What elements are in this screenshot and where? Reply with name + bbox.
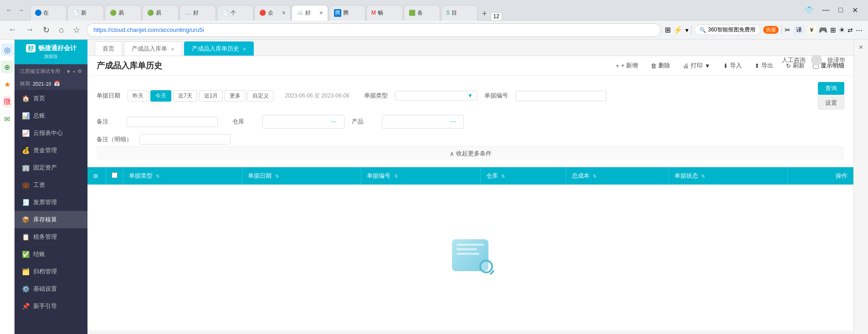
date-filter-buttons: 昨天 今天 近7天 近1月 更多 自定义 bbox=[128, 90, 274, 102]
forward-btn[interactable]: → bbox=[15, 5, 26, 15]
maximize-button[interactable]: □ bbox=[836, 5, 846, 15]
th-type[interactable]: 单据类型 ⇅ bbox=[123, 167, 242, 185]
number-filter-input[interactable] bbox=[515, 91, 606, 101]
minimize-button[interactable]: — bbox=[819, 5, 832, 15]
quick-icon-compass[interactable]: ◎ bbox=[1, 43, 14, 56]
import-button[interactable]: ⬇ 导入 bbox=[719, 60, 746, 72]
calendar-icon[interactable]: 📅 bbox=[54, 81, 60, 87]
th-status[interactable]: 单据状态 ⇅ bbox=[668, 167, 787, 185]
remark-filter-input[interactable] bbox=[127, 117, 218, 127]
sidebar-item-funds[interactable]: 💰 资金管理 bbox=[15, 142, 87, 159]
nav-back-button[interactable]: ← bbox=[5, 23, 19, 36]
page-tab-history-close-icon[interactable]: × bbox=[243, 46, 247, 52]
date-btn-custom[interactable]: 自定义 bbox=[247, 90, 274, 102]
quick-icon-email[interactable]: ✉ bbox=[1, 113, 14, 125]
browser-tab-8[interactable]: ☁️ 好 × bbox=[292, 5, 328, 21]
lightning-icon[interactable]: ⚡ bbox=[673, 26, 683, 34]
sidebar-item-basic-settings[interactable]: ⚙️ 基础设置 bbox=[15, 280, 87, 298]
sidebar-item-inventory[interactable]: 📦 库存核算 bbox=[15, 211, 87, 228]
quick-icon-star[interactable]: ★ bbox=[1, 78, 14, 91]
settings-company-icon[interactable]: ⚙ bbox=[77, 68, 82, 74]
close-button[interactable]: ✕ bbox=[849, 5, 861, 15]
sidebar-item-tax[interactable]: 📋 税务管理 bbox=[15, 228, 87, 246]
extensions-icon[interactable]: ⊞ bbox=[665, 26, 671, 34]
th-checkbox[interactable] bbox=[106, 167, 123, 185]
nav-refresh-button[interactable]: ↻ bbox=[40, 23, 52, 37]
company-selector[interactable]: 江西服宝测试专用 ▼ + ⚙ bbox=[15, 64, 87, 78]
sidebar-item-home[interactable]: 🏠 首页 bbox=[15, 90, 87, 107]
right-panel-close-icon[interactable]: × bbox=[859, 43, 863, 51]
browser-tab-7[interactable]: 🔴 企 × bbox=[254, 5, 291, 21]
table-header: ⚙ 单据类型 ⇅ 单据日期 ⇅ bbox=[87, 167, 853, 185]
user-service-label[interactable]: 人工咨询 bbox=[782, 56, 806, 64]
nav-forward-button[interactable]: → bbox=[23, 23, 36, 36]
browser-tab-3[interactable]: 🟢 易 bbox=[105, 5, 141, 21]
filter-settings-button[interactable]: 设置 bbox=[818, 97, 844, 109]
browser-tab-12[interactable]: S 目 bbox=[441, 5, 478, 21]
print-button[interactable]: 🖨 打印 ▼ bbox=[678, 60, 715, 72]
quick-icon-app[interactable]: ⊕ bbox=[1, 61, 14, 73]
translate-icon[interactable]: 译 bbox=[793, 25, 805, 35]
sidebar-item-fixed-assets[interactable]: 🏢 固定资产 bbox=[15, 159, 87, 176]
sidebar-item-guide[interactable]: 📌 新手引导 bbox=[15, 298, 87, 315]
nav-bookmark-button[interactable]: ☆ bbox=[70, 23, 83, 37]
browser-tab-5[interactable]: ☁️ 好 bbox=[180, 5, 216, 21]
dropdown-icon[interactable]: ▾ bbox=[685, 26, 688, 34]
page-tab-list-close-icon[interactable]: × bbox=[171, 46, 175, 52]
date-btn-7days[interactable]: 近7天 bbox=[173, 90, 197, 102]
date-btn-yesterday[interactable]: 昨天 bbox=[128, 90, 149, 102]
th-settings[interactable]: ⚙ bbox=[87, 167, 106, 185]
browser-tab-1[interactable]: 在 bbox=[30, 5, 67, 21]
delete-button[interactable]: 🗑 删除 bbox=[646, 60, 675, 72]
th-total-cost[interactable]: 总成本 ⇅ bbox=[566, 167, 668, 185]
warehouse-filter-select[interactable]: ··· bbox=[262, 115, 344, 128]
browser-tab-4[interactable]: 🟢 易 bbox=[142, 5, 179, 21]
product-filter-select[interactable]: ··· bbox=[382, 115, 464, 128]
date-btn-today[interactable]: 今天 bbox=[150, 90, 171, 102]
collapse-button[interactable]: ∧ 收起更多条件 bbox=[450, 149, 492, 158]
scissors-icon[interactable]: ✂ bbox=[785, 26, 791, 34]
type-filter-select[interactable]: ▼ bbox=[395, 91, 477, 101]
shirt-icon[interactable]: 👕 bbox=[805, 6, 814, 15]
back-btn[interactable]: ← bbox=[4, 5, 15, 15]
brightness-icon[interactable]: ☀ bbox=[839, 26, 845, 34]
th-warehouse[interactable]: 仓库 ⇅ bbox=[480, 167, 566, 185]
tab-7-close-icon[interactable]: × bbox=[282, 9, 286, 16]
inventory-icon: 📦 bbox=[22, 216, 30, 223]
query-button[interactable]: 查询 bbox=[818, 82, 844, 95]
add-company-icon[interactable]: + bbox=[73, 69, 76, 74]
settings-icon[interactable]: ⋯ bbox=[856, 26, 863, 34]
sidebar-item-invoice[interactable]: 🧾 发票管理 bbox=[15, 194, 87, 211]
browser-tab-9[interactable]: 腾 腾 bbox=[329, 5, 365, 21]
sidebar-item-archive[interactable]: 🗂️ 归档管理 bbox=[15, 263, 87, 280]
new-button[interactable]: + + 新增 bbox=[611, 60, 642, 72]
select-all-checkbox[interactable] bbox=[112, 172, 118, 178]
quick-icon-weibo[interactable]: 微 bbox=[1, 95, 14, 108]
th-date[interactable]: 单据日期 ⇅ bbox=[242, 167, 361, 185]
date-btn-1month[interactable]: 近1月 bbox=[199, 90, 223, 102]
browser-tab-2[interactable]: 📄 新 bbox=[67, 5, 104, 21]
sidebar-item-payroll[interactable]: 💼 工资 bbox=[15, 176, 87, 194]
browser-tab-11[interactable]: 🟩 各 bbox=[404, 5, 440, 21]
sidebar-item-reports[interactable]: 📈 云报表中心 bbox=[15, 124, 87, 142]
username: 徐泽华 bbox=[827, 56, 845, 64]
nav-home-button[interactable]: ⌂ bbox=[56, 23, 67, 36]
date-btn-more[interactable]: 更多 bbox=[225, 90, 246, 102]
game-icon[interactable]: 🎮 bbox=[819, 26, 827, 34]
th-number[interactable]: 单据编号 ⇅ bbox=[361, 167, 480, 185]
sidebar-item-ledger[interactable]: 📊 总账 bbox=[15, 107, 87, 124]
page-tab-history[interactable]: 产成品入库单历史 × bbox=[184, 41, 254, 56]
breadcrumb-home[interactable]: 首页 bbox=[95, 41, 122, 56]
sidebar-item-settlement[interactable]: ✅ 结账 bbox=[15, 246, 87, 263]
tab-8-close-icon[interactable]: × bbox=[319, 9, 323, 16]
detail-remark-filter-input[interactable] bbox=[139, 134, 231, 144]
grid-icon[interactable]: ⊞ bbox=[830, 26, 836, 34]
new-tab-button[interactable]: + bbox=[478, 7, 491, 21]
export-button[interactable]: ⬆ 导出 bbox=[750, 60, 778, 72]
page-tab-list[interactable]: 产成品入库单 × bbox=[124, 41, 182, 56]
browser-tab-10[interactable]: M 畅 bbox=[366, 5, 403, 21]
address-input[interactable] bbox=[87, 23, 661, 37]
browser-tab-6[interactable]: 📄 个 bbox=[217, 5, 253, 21]
yuan-icon[interactable]: ¥ bbox=[807, 26, 816, 34]
sync-icon[interactable]: ⇄ bbox=[847, 26, 853, 34]
